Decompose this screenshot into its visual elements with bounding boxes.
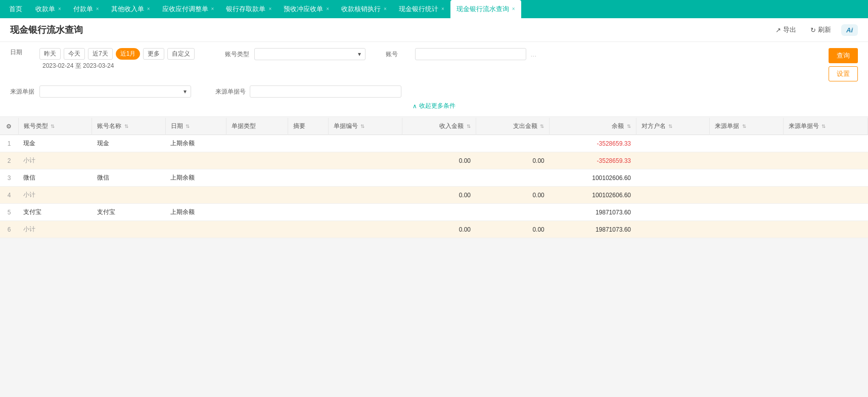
- nav-tab-shoukuandan[interactable]: 收款单 ×: [29, 0, 67, 18]
- close-icon[interactable]: ×: [58, 0, 61, 18]
- cell-income: 0.00: [402, 152, 476, 169]
- cell-expense: 0.00: [476, 187, 550, 204]
- source-doc-select[interactable]: ▾: [39, 85, 191, 98]
- col-date[interactable]: 日期 ⇅: [165, 118, 226, 135]
- page-header: 现金银行流水查询 ↗ 导出 ↻ 刷新 Ai: [0, 18, 868, 42]
- settings-button[interactable]: 设置: [829, 66, 858, 81]
- source-doc-no-input[interactable]: [250, 85, 401, 98]
- close-icon[interactable]: ×: [96, 0, 99, 18]
- date-btn-today[interactable]: 今天: [64, 48, 85, 60]
- sort-icon: ⇅: [467, 123, 471, 129]
- nav-home[interactable]: 首页: [2, 0, 29, 18]
- sort-icon: ⇅: [742, 123, 746, 129]
- cell-doc-type: [226, 135, 288, 152]
- source-doc-dropdown-icon: ▾: [184, 88, 187, 95]
- nav-tab-tiaozheng[interactable]: 应收应付调整单 ×: [156, 0, 220, 18]
- col-income[interactable]: 收入金额 ⇅: [402, 118, 476, 135]
- date-btn-1month[interactable]: 近1月: [116, 48, 141, 60]
- cell-doc-type: [226, 187, 288, 204]
- cell-source-doc-no: [783, 187, 867, 204]
- date-btn-7days[interactable]: 近7天: [88, 48, 113, 60]
- nav-tab-fukuandan[interactable]: 付款单 ×: [67, 0, 105, 18]
- col-balance[interactable]: 余额 ⇅: [550, 118, 636, 135]
- close-icon[interactable]: ×: [147, 0, 150, 18]
- close-icon[interactable]: ×: [512, 0, 515, 18]
- export-button[interactable]: ↗ 导出: [771, 23, 800, 36]
- table-row: 5 支付宝 支付宝 上期余额 19871073.60: [0, 204, 868, 221]
- col-source-doc-no[interactable]: 来源单据号 ⇅: [783, 118, 867, 135]
- query-button[interactable]: 查询: [829, 48, 858, 63]
- close-icon[interactable]: ×: [326, 0, 329, 18]
- cell-date: 上期余额: [165, 135, 226, 152]
- cell-expense: [476, 169, 550, 187]
- nav-tab-qitashouru[interactable]: 其他收入单 ×: [105, 0, 156, 18]
- sort-icon: ⇅: [360, 123, 364, 129]
- col-source-doc[interactable]: 来源单据 ⇅: [710, 118, 784, 135]
- close-icon[interactable]: ×: [441, 0, 444, 18]
- cell-source-doc-no: [783, 135, 867, 152]
- date-label: 日期: [10, 48, 35, 57]
- date-btn-more[interactable]: 更多: [143, 48, 164, 60]
- cell-source-doc-no: [783, 152, 867, 169]
- cell-balance: -3528659.33: [550, 152, 636, 169]
- cell-date: [165, 187, 226, 204]
- account-type-select[interactable]: ▾: [254, 48, 366, 60]
- col-settings[interactable]: ⚙: [0, 118, 18, 135]
- date-btn-custom[interactable]: 自定义: [167, 48, 195, 60]
- cell-source-doc-no: [783, 221, 867, 238]
- cell-source-doc: [710, 187, 784, 204]
- table-row: 6 小计 0.00 0.00 19871073.60: [0, 221, 868, 238]
- nav-tab-hexiao[interactable]: 收款核销执行 ×: [335, 0, 393, 18]
- col-expense[interactable]: 支出金额 ⇅: [476, 118, 550, 135]
- table-row: 3 微信 微信 上期余额 100102606.60: [0, 169, 868, 187]
- col-account-name[interactable]: 账号名称 ⇅: [92, 118, 166, 135]
- sort-icon: ⇅: [821, 123, 826, 129]
- col-account-type[interactable]: 账号类型 ⇅: [18, 118, 92, 135]
- cell-doc-type: [226, 221, 288, 238]
- cell-summary: [288, 204, 329, 221]
- col-counterpart[interactable]: 对方户名 ⇅: [636, 118, 710, 135]
- date-btn-yesterday[interactable]: 昨天: [39, 48, 61, 60]
- cell-doc-no: [329, 204, 402, 221]
- collapse-bar[interactable]: ∧ 收起更多条件: [10, 100, 858, 112]
- table-body: 1 现金 现金 上期余额 -3528659.33 2 小计 0.00 0.00 …: [0, 135, 868, 238]
- account-no-dots[interactable]: ...: [530, 50, 536, 58]
- close-icon[interactable]: ×: [268, 0, 271, 18]
- cell-summary: [288, 221, 329, 238]
- nav-tab-tongji[interactable]: 现金银行统计 ×: [393, 0, 450, 18]
- cell-account-type: 现金: [18, 135, 92, 152]
- cell-account-name: 微信: [92, 169, 166, 187]
- col-doc-type[interactable]: 单据类型: [226, 118, 288, 135]
- cell-source-doc: [710, 204, 784, 221]
- cell-counterpart: [636, 187, 710, 204]
- cell-source-doc-no: [783, 204, 867, 221]
- refresh-button[interactable]: ↻ 刷新: [806, 23, 835, 36]
- cell-summary: [288, 187, 329, 204]
- cell-account-name: 现金: [92, 135, 166, 152]
- cell-source-doc-no: [783, 169, 867, 187]
- nav-tab-yushou[interactable]: 预收冲应收单 ×: [278, 0, 335, 18]
- cell-source-doc: [710, 221, 784, 238]
- account-no-input[interactable]: [415, 48, 526, 60]
- sort-icon: ⇅: [186, 123, 190, 129]
- cell-account-name: [92, 187, 166, 204]
- cell-date: 上期余额: [165, 204, 226, 221]
- dropdown-icon: ▾: [358, 51, 361, 58]
- table-row: 1 现金 现金 上期余额 -3528659.33: [0, 135, 868, 152]
- cell-account-name: [92, 152, 166, 169]
- cell-income: [402, 204, 476, 221]
- ai-button[interactable]: Ai: [841, 24, 858, 36]
- cell-doc-type: [226, 169, 288, 187]
- cell-balance: 100102606.60: [550, 169, 636, 187]
- col-summary[interactable]: 摘要: [288, 118, 329, 135]
- nav-tab-liushui[interactable]: 现金银行流水查询 ×: [450, 0, 521, 18]
- sort-icon: ⇅: [668, 123, 672, 129]
- close-icon[interactable]: ×: [211, 0, 214, 18]
- row-num: 4: [0, 187, 18, 204]
- cell-expense: [476, 204, 550, 221]
- close-icon[interactable]: ×: [384, 0, 387, 18]
- col-doc-no[interactable]: 单据编号 ⇅: [329, 118, 402, 135]
- cell-income: 0.00: [402, 221, 476, 238]
- nav-tab-yinhang[interactable]: 银行存取款单 ×: [220, 0, 278, 18]
- top-nav: 首页 收款单 × 付款单 × 其他收入单 × 应收应付调整单 × 银行存取款单 …: [0, 0, 868, 18]
